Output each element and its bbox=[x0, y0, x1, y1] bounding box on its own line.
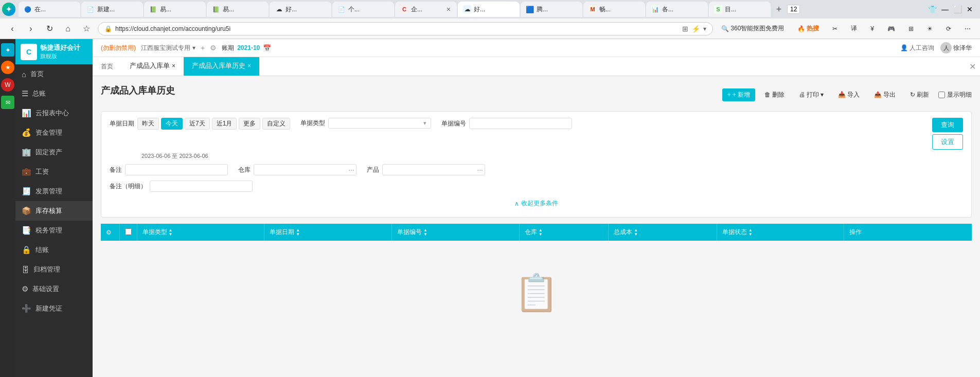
sidebar-item-closing[interactable]: 🔒 结账 bbox=[15, 240, 93, 260]
doc-type-select[interactable]: ▾ bbox=[328, 118, 431, 129]
product-input[interactable] bbox=[382, 164, 485, 175]
page-tab-history-close[interactable]: × bbox=[247, 62, 251, 69]
restore-button[interactable]: ⬜ bbox=[953, 5, 961, 13]
lightning-icon[interactable]: ⚡ bbox=[691, 25, 700, 33]
sidebar-item-reports[interactable]: 📊 云报表中心 bbox=[15, 103, 93, 123]
product-dots[interactable]: ··· bbox=[477, 166, 483, 174]
export-button[interactable]: 📤 导出 bbox=[869, 88, 901, 101]
tab-9[interactable]: 🟦 腾... bbox=[521, 2, 582, 17]
rail-icon-4[interactable]: ✉ bbox=[1, 96, 14, 109]
sync-btn[interactable]: ⟳ bbox=[942, 24, 955, 34]
warehouse-input[interactable] bbox=[254, 164, 357, 175]
collapse-button[interactable]: ∧ 收起更多条件 bbox=[110, 196, 963, 211]
url-bar[interactable]: 🔒 https://cloud.chanjet.com/accounting/u… bbox=[98, 22, 713, 35]
company-settings[interactable]: ⚙ bbox=[210, 44, 217, 52]
print-button[interactable]: 🖨 打印 ▾ bbox=[794, 88, 829, 101]
th-doc-date[interactable]: 单据日期 ▲▼ bbox=[264, 224, 392, 241]
th-doc-status[interactable]: 单据状态 ▲▼ bbox=[717, 224, 844, 241]
tab-bar: ✦ 🔵 在... 📄 新建... 📗 易... 📗 易... ☁ 好... 📄 … bbox=[0, 0, 980, 19]
date-btn-yesterday[interactable]: 昨天 bbox=[137, 118, 159, 130]
tab-12[interactable]: S 目... bbox=[709, 2, 771, 17]
add-button[interactable]: + + 新增 bbox=[722, 88, 755, 101]
add-company[interactable]: + bbox=[201, 44, 205, 52]
warehouse-dots[interactable]: ··· bbox=[348, 166, 354, 174]
sidebar-item-home[interactable]: ⌂ 首页 bbox=[15, 64, 93, 84]
th-gear[interactable]: ⚙ bbox=[101, 224, 119, 241]
doc-num-input[interactable] bbox=[469, 118, 572, 129]
grid-btn[interactable]: ⊞ bbox=[904, 24, 918, 34]
forward-button[interactable]: › bbox=[24, 22, 38, 36]
th-total-cost[interactable]: 总成本 ▲▼ bbox=[609, 224, 717, 241]
tab-2[interactable]: 📄 新建... bbox=[81, 2, 143, 17]
page-tab-list[interactable]: 产成品入库单 × bbox=[121, 57, 184, 76]
date-btn-custom[interactable]: 自定义 bbox=[262, 118, 290, 130]
rail-icon-2[interactable]: ★ bbox=[1, 61, 14, 74]
date-btn-more[interactable]: 更多 bbox=[239, 118, 260, 130]
game-btn[interactable]: 🎮 bbox=[883, 24, 899, 34]
th-checkbox[interactable] bbox=[119, 224, 137, 241]
rail-icon-1[interactable]: ✦ bbox=[1, 43, 14, 57]
date-btn-7days[interactable]: 近7天 bbox=[185, 118, 210, 130]
rail-icon-3[interactable]: W bbox=[1, 78, 14, 92]
th-doc-type[interactable]: 单据类型 ▲▼ bbox=[137, 224, 264, 241]
date-btn-today[interactable]: 今天 bbox=[161, 118, 183, 130]
hot-search[interactable]: 🔥 热搜 bbox=[793, 23, 823, 34]
select-all-checkbox[interactable] bbox=[125, 228, 132, 235]
more-btn[interactable]: ⋯ bbox=[960, 24, 975, 34]
tab-count[interactable]: 12 bbox=[787, 5, 800, 14]
sidebar-item-settings[interactable]: ⚙ 基础设置 bbox=[15, 279, 93, 299]
sidebar-item-ledger[interactable]: ☰ 总账 bbox=[15, 84, 93, 103]
sidebar-item-inventory[interactable]: 📦 库存核算 bbox=[15, 201, 93, 221]
th-warehouse[interactable]: 仓库 ▲▼ bbox=[519, 224, 608, 241]
remark-detail-input[interactable] bbox=[150, 181, 253, 192]
theme-btn[interactable]: ☀ bbox=[923, 24, 937, 34]
remark-input[interactable] bbox=[125, 164, 228, 175]
dropdown-icon[interactable]: ▾ bbox=[703, 25, 706, 32]
sidebar-item-fixed[interactable]: 🏢 固定资产 bbox=[15, 142, 93, 162]
breadcrumb-home[interactable]: 首页 bbox=[101, 62, 113, 71]
grid-icon[interactable]: ⊞ bbox=[682, 25, 688, 33]
tab-8[interactable]: ☁ 好... bbox=[458, 2, 520, 17]
show-detail-checkbox[interactable] bbox=[938, 92, 945, 98]
page-tab-list-close[interactable]: × bbox=[172, 62, 175, 69]
query-button[interactable]: 查询 bbox=[932, 118, 963, 132]
user-service[interactable]: 👤 人工咨询 bbox=[900, 44, 934, 52]
page-tab-history[interactable]: 产成品入库单历史 × bbox=[184, 57, 259, 76]
user-avatar[interactable]: 人 徐泽华 bbox=[940, 42, 972, 53]
scissors-btn[interactable]: ✂ bbox=[828, 24, 842, 34]
search-bar[interactable]: 🔍 360智能抠图免费用 bbox=[717, 23, 788, 34]
sidebar-item-new-voucher[interactable]: ➕ 新建凭证 bbox=[15, 299, 93, 318]
tab-1[interactable]: 🔵 在... bbox=[19, 2, 80, 17]
sidebar-item-invoice[interactable]: 🧾 发票管理 bbox=[15, 182, 93, 201]
bookmark-button[interactable]: ☆ bbox=[79, 22, 94, 36]
refresh-button[interactable]: ↻ bbox=[42, 22, 57, 36]
import-button[interactable]: 📥 导入 bbox=[833, 88, 865, 101]
close-button[interactable]: ✕ bbox=[966, 5, 974, 13]
tab-11[interactable]: 📊 各... bbox=[646, 2, 708, 17]
tab-panel-close[interactable]: ✕ bbox=[969, 62, 976, 71]
tab-10[interactable]: M 畅... bbox=[583, 2, 645, 17]
tab-4[interactable]: 📗 易... bbox=[207, 2, 269, 17]
tab-6[interactable]: 📄 个... bbox=[332, 2, 394, 17]
minimize-button[interactable]: — bbox=[941, 5, 949, 13]
tab-7[interactable]: C 企... × bbox=[395, 2, 457, 17]
sidebar-item-tax[interactable]: 📑 税务管理 bbox=[15, 221, 93, 240]
calendar-icon[interactable]: 📅 bbox=[263, 44, 271, 52]
sidebar-item-funds[interactable]: 💰 资金管理 bbox=[15, 123, 93, 142]
back-button[interactable]: ‹ bbox=[5, 22, 20, 36]
delete-button[interactable]: 🗑 删除 bbox=[759, 88, 790, 101]
date-btn-1month[interactable]: 近1月 bbox=[212, 118, 237, 130]
sidebar-item-archive[interactable]: 🗄 归档管理 bbox=[15, 260, 93, 279]
th-doc-num[interactable]: 单据编号 ▲▼ bbox=[392, 224, 520, 241]
settings-button[interactable]: 设置 bbox=[932, 134, 963, 150]
sidebar-item-payroll[interactable]: 💼 工资 bbox=[15, 162, 93, 182]
translate-btn[interactable]: 译 bbox=[847, 23, 861, 34]
home-button[interactable]: ⌂ bbox=[61, 22, 75, 36]
refresh-button[interactable]: ↻ 刷新 bbox=[905, 88, 934, 101]
tab-3[interactable]: 📗 易... bbox=[144, 2, 206, 17]
company-selector[interactable]: 江西服宝测试专用 ▾ bbox=[141, 44, 195, 52]
tab-7-close[interactable]: × bbox=[446, 5, 452, 13]
tab-5[interactable]: ☁ 好... bbox=[270, 2, 331, 17]
yuan-btn[interactable]: ¥ bbox=[866, 24, 878, 34]
new-tab-button[interactable]: + bbox=[772, 2, 786, 16]
